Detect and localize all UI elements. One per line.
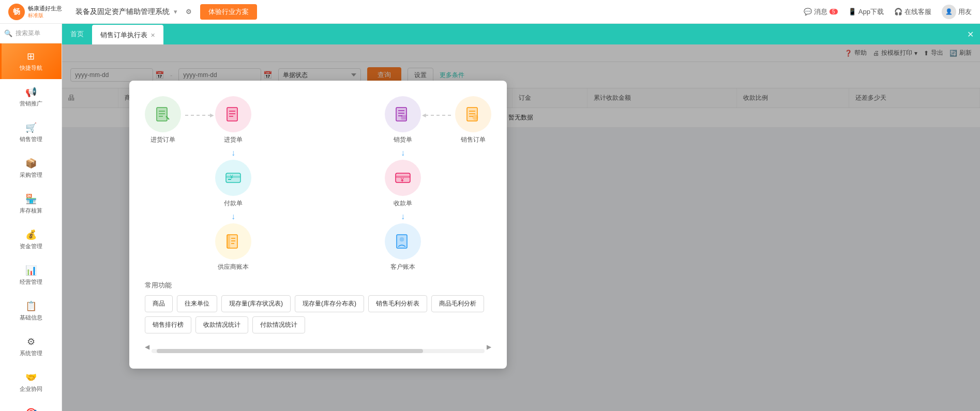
flow-node-receipt[interactable]: ¥ 收款单 <box>385 160 421 208</box>
flow-top-row: 进货订单 ▶ <box>145 96 491 144</box>
sidebar-item-sales[interactable]: 🛒 销售管理 <box>0 115 62 150</box>
operations-icon: 📊 <box>25 265 37 276</box>
func-btn-6[interactable]: 销售排行榜 <box>145 316 191 333</box>
close-all-button[interactable]: ✕ <box>961 29 980 39</box>
app-download-item[interactable]: 📱 App下载 <box>848 7 884 17</box>
svg-rect-5 <box>227 108 237 121</box>
flow-node-purchase-bill[interactable]: 进货单 <box>215 96 251 144</box>
sales-bill-label: 销货单 <box>394 135 412 144</box>
flow-node-supplier-ledger[interactable]: 供应商账本 <box>215 223 251 271</box>
flow-node-purchase-order[interactable]: 进货订单 <box>145 96 181 144</box>
supplier-ledger-circle <box>215 223 251 260</box>
experience-button[interactable]: 体验行业方案 <box>200 4 257 20</box>
page-content: ❓ 帮助 🖨 按模板打印 ▾ ⬆ 导出 🔄 刷新 <box>62 44 980 411</box>
purchase-icon: 📦 <box>25 158 37 169</box>
receipt-circle: ¥ <box>385 160 421 196</box>
flow-second-row: ¥ 付款单 <box>145 160 491 208</box>
common-functions-title: 常用功能 <box>145 281 491 290</box>
search-icon: 🔍 <box>4 29 12 37</box>
sidebar-item-marketing[interactable]: 📢 营销推广 <box>0 79 62 115</box>
finance-icon: 💰 <box>25 229 37 240</box>
search-menu-item[interactable]: 🔍 搜索菜单 <box>0 24 62 43</box>
tab-close-icon[interactable]: ✕ <box>150 32 155 39</box>
system-title: 装备及固定资产辅助管理系统 <box>76 7 170 17</box>
func-btn-1[interactable]: 往来单位 <box>177 295 217 312</box>
purchase-order-circle <box>145 96 181 132</box>
popup-scrollbar[interactable] <box>152 349 485 353</box>
online-service-item[interactable]: 🎧 在线客服 <box>894 7 931 17</box>
svg-point-39 <box>400 237 404 241</box>
flow-node-customer-ledger[interactable]: 客户账本 <box>385 223 421 271</box>
svg-point-21 <box>473 115 478 120</box>
user-profile[interactable]: 👤 用友 <box>942 5 972 19</box>
func-btn-5[interactable]: 商品毛利分析 <box>431 295 484 312</box>
tab-home[interactable]: 首页 <box>62 24 92 44</box>
settings-icon[interactable]: ⚙ <box>182 5 196 19</box>
sidebar-item-inventory[interactable]: 🏪 库存核算 <box>0 186 62 222</box>
purchase-bill-circle <box>215 96 251 132</box>
phone-icon: 📱 <box>848 8 856 16</box>
sidebar: 🔍 搜索菜单 ⊞ 快捷导航 📢 营销推广 🛒 销售管理 📦 采购管理 🏪 库存核… <box>0 24 62 411</box>
flow-bottom-arrows: ↓ ↓ <box>145 212 491 221</box>
dropdown-arrow-icon[interactable]: ▾ <box>174 8 177 16</box>
sales-order-circle <box>455 96 491 132</box>
enterprise-icon: 🤝 <box>25 372 37 383</box>
basic-info-icon: 📋 <box>25 300 37 312</box>
flow-node-payment[interactable]: ¥ 付款单 <box>215 160 251 208</box>
svg-rect-24 <box>226 176 240 178</box>
func-btn-2[interactable]: 现存量(库存状况表) <box>221 295 291 312</box>
scroll-left-icon[interactable]: ◀ <box>145 343 149 351</box>
message-icon: 💬 <box>804 8 812 16</box>
func-btn-3[interactable]: 现存量(库存分布表) <box>295 295 364 312</box>
sales-icon: 🛒 <box>25 122 37 133</box>
sidebar-item-system[interactable]: ⚙ 系统管理 <box>0 329 62 364</box>
arrow-down-receipt: ↓ <box>385 212 421 221</box>
sidebar-item-purchase[interactable]: 📦 采购管理 <box>0 150 62 186</box>
flow-third-row: 供应商账本 <box>145 223 491 271</box>
popup-scrollbar-area: ◀ ▶ <box>145 341 491 353</box>
tab-sales-order[interactable]: 销售订单执行表 ✕ <box>92 25 163 45</box>
func-btn-4[interactable]: 销售毛利分析表 <box>368 295 427 312</box>
sidebar-item-finance[interactable]: 💰 资金管理 <box>0 222 62 257</box>
newbie-icon: 🎯 <box>25 407 37 411</box>
svg-rect-0 <box>157 108 167 121</box>
quick-nav-label: 快捷导航 <box>20 64 42 72</box>
tab-bar: 首页 销售订单执行表 ✕ ✕ <box>62 24 980 44</box>
customer-ledger-circle <box>385 223 421 260</box>
headset-icon: 🎧 <box>894 8 902 16</box>
purchase-order-label: 进货订单 <box>150 135 175 144</box>
flow-diagram: 进货订单 ▶ <box>145 96 491 276</box>
func-btn-0[interactable]: 商品 <box>145 295 173 312</box>
main-layout: 🔍 搜索菜单 ⊞ 快捷导航 📢 营销推广 🛒 销售管理 📦 采购管理 🏪 库存核… <box>0 24 980 411</box>
logo-text: 畅康通好生意 标准版 <box>28 5 62 19</box>
func-btn-7[interactable]: 收款情况统计 <box>195 316 248 333</box>
logo-area: 畅 畅康通好生意 标准版 <box>8 4 70 20</box>
arrow-down-purchase: ↓ <box>215 148 251 158</box>
function-buttons-2: 销售排行榜 收款情况统计 付款情况统计 <box>145 316 491 333</box>
function-buttons: 商品 往来单位 现存量(库存状况表) 现存量(库存分布表) 销售毛利分析表 商品… <box>145 295 491 312</box>
inventory-icon: 🏪 <box>25 193 37 205</box>
flow-node-sales-order[interactable]: 销售订单 <box>455 96 491 144</box>
header-right: 💬 消息 5 📱 App下载 🎧 在线客服 👤 用友 <box>804 5 972 19</box>
scroll-right-icon[interactable]: ▶ <box>487 343 491 351</box>
supplier-ledger-label: 供应商账本 <box>218 263 249 271</box>
flow-node-sales-bill[interactable]: 销货单 <box>385 96 421 144</box>
sidebar-item-basic-info[interactable]: 📋 基础信息 <box>0 293 62 329</box>
arrow-1: ▶ <box>185 115 211 126</box>
sidebar-item-quick-nav[interactable]: ⊞ 快捷导航 <box>0 43 62 79</box>
func-btn-8[interactable]: 付款情况统计 <box>252 316 305 333</box>
svg-text:¥: ¥ <box>400 177 404 183</box>
svg-rect-33 <box>227 235 230 248</box>
sidebar-item-newbie[interactable]: 🎯 新手引导 <box>0 400 62 411</box>
sidebar-item-operations[interactable]: 📊 经营管理 <box>0 257 62 293</box>
scrollbar-thumb <box>157 349 423 353</box>
sales-order-label: 销售订单 <box>461 135 486 144</box>
purchase-bill-label: 进货单 <box>224 135 243 144</box>
arrow-down-sales: ↓ <box>385 148 421 158</box>
common-functions: 常用功能 商品 往来单位 现存量(库存状况表) 现存量(库存分布表) 销售毛利分… <box>145 281 491 333</box>
flow-mid-arrows: ↓ ↓ <box>145 148 491 158</box>
marketing-icon: 📢 <box>25 86 37 98</box>
message-item[interactable]: 💬 消息 5 <box>804 7 838 17</box>
sidebar-item-enterprise[interactable]: 🤝 企业协同 <box>0 364 62 400</box>
active-strip <box>0 43 2 79</box>
